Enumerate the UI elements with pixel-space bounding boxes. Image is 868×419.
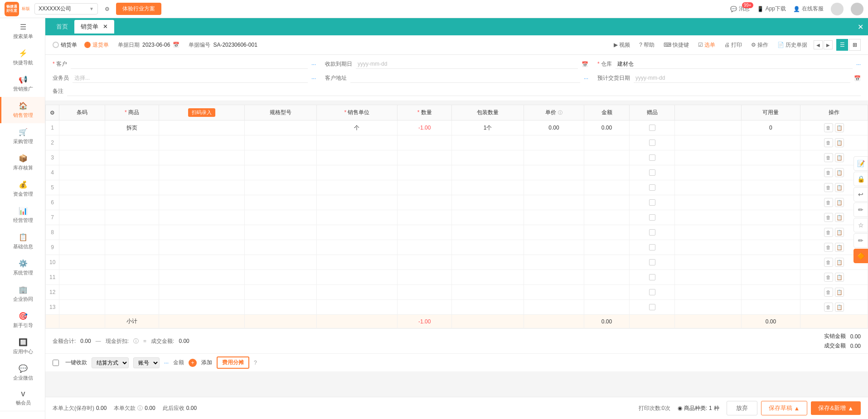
row-product-1[interactable]: 拆页 — [105, 120, 159, 135]
sidebar-item-basic-info[interactable]: 📋 基础信息 — [0, 228, 45, 255]
float-pen-btn[interactable]: ✏ — [853, 233, 868, 248]
product-kind-radio[interactable]: ◉ — [678, 405, 682, 411]
avatar2[interactable] — [851, 3, 863, 15]
save-draft-button[interactable]: 保存草稿 ▲ — [761, 401, 808, 415]
copy-icon[interactable]: 📋 — [835, 123, 844, 132]
tab-sales-order[interactable]: 销货单 ✕ — [74, 20, 114, 34]
radio-return[interactable]: 退货单 — [84, 41, 109, 49]
float-undo-btn[interactable]: ↩ — [853, 187, 868, 202]
payment-account-select[interactable]: 账号 — [133, 357, 160, 368]
calendar-icon[interactable]: 📅 — [173, 42, 179, 48]
row-barcode-1[interactable] — [59, 120, 105, 135]
message-btn[interactable]: 💬 消息 99+ — [730, 5, 750, 13]
expense-btn[interactable]: 费用分摊 — [217, 356, 249, 369]
copy-icon[interactable]: 📋 — [835, 183, 844, 192]
customer-dots[interactable]: ··· — [311, 61, 316, 67]
sidebar-item-system[interactable]: ⚙️ 系统管理 — [0, 255, 45, 281]
save-new-button[interactable]: 保存&新增 ▲ — [811, 401, 861, 415]
remarks-input[interactable] — [67, 87, 861, 96]
toolbar-video[interactable]: ▶ 视频 — [611, 40, 633, 50]
list-view-btn[interactable]: ☰ — [836, 39, 848, 51]
delete-icon[interactable]: 🗑 — [824, 168, 833, 177]
warehouse-input[interactable] — [616, 59, 853, 69]
calendar-icon[interactable]: 📅 — [582, 61, 588, 67]
address-dots[interactable]: ··· — [584, 75, 588, 82]
copy-icon[interactable]: 📋 — [835, 258, 844, 267]
delivery-calendar-icon[interactable]: 📅 — [854, 75, 861, 82]
copy-icon[interactable]: 📋 — [835, 168, 844, 177]
row-unit-1[interactable]: 个 — [316, 120, 398, 135]
delete-icon[interactable]: 🗑 — [824, 258, 833, 267]
salesperson-input[interactable] — [73, 73, 308, 83]
tab-home[interactable]: 首页 — [50, 20, 74, 34]
float-edit-btn[interactable]: ✏ — [853, 202, 868, 217]
sidebar-item-guide[interactable]: 🎯 新手引导 — [0, 307, 45, 333]
copy-icon[interactable]: 📋 — [835, 288, 844, 297]
delete-icon[interactable]: 🗑 — [824, 183, 833, 192]
expense-help-icon[interactable]: ? — [254, 360, 257, 366]
tab-close-icon[interactable]: ✕ — [103, 23, 108, 30]
sidebar-item-sales[interactable]: 🏠 销售管理 — [0, 97, 45, 123]
toolbar-history[interactable]: 📄 历史单据 — [775, 40, 810, 50]
toolbar-shortcut[interactable]: ⌨ 快捷键 — [661, 40, 692, 50]
copy-icon[interactable]: 📋 — [835, 228, 844, 237]
close-all-tabs-icon[interactable]: ✕ — [858, 23, 863, 31]
copy-icon[interactable]: 📋 — [835, 273, 844, 282]
app-download-btn[interactable]: 📱 App下载 — [757, 5, 786, 13]
payment-method-select[interactable]: 结算方式 — [92, 357, 129, 368]
delete-icon[interactable]: 🗑 — [824, 213, 833, 222]
row-qty-1[interactable]: -1.00 — [398, 120, 452, 135]
delete-icon[interactable]: 🗑 — [824, 198, 833, 207]
float-orange-btn[interactable]: 🔶 — [853, 249, 868, 263]
delete-icon[interactable]: 🗑 — [824, 138, 833, 147]
toolbar-operate[interactable]: ⚙ 操作 — [748, 40, 771, 50]
copy-icon[interactable]: 📋 — [835, 153, 844, 162]
row-amount-1[interactable]: 0.00 — [584, 120, 629, 135]
sidebar-item-purchase[interactable]: 🛒 采购管理 — [0, 123, 45, 149]
delete-icon[interactable]: 🗑 — [824, 288, 833, 297]
delivery-date-input[interactable] — [634, 73, 850, 83]
trial-button[interactable]: 体验行业方案 — [116, 3, 161, 15]
customer-address-input[interactable] — [350, 73, 580, 83]
delete-icon[interactable]: 🗑 — [824, 273, 833, 282]
float-star-btn[interactable]: ☆ — [853, 218, 868, 232]
copy-icon[interactable]: 📋 — [835, 198, 844, 207]
settings-icon[interactable]: ⚙ — [101, 3, 113, 15]
one-click-payment-checkbox[interactable] — [53, 360, 59, 366]
company-selector[interactable]: XXXXXX公司 ▼ — [34, 3, 98, 14]
row-spec-1[interactable] — [244, 120, 316, 135]
add-payment-btn[interactable]: + — [189, 359, 197, 367]
toolbar-print[interactable]: 🖨 打印 — [722, 40, 745, 50]
copy-icon[interactable]: 📋 — [835, 213, 844, 222]
row-price-1[interactable]: 0.00 — [524, 120, 584, 135]
sidebar-item-inventory[interactable]: 📦 库存核算 — [0, 149, 45, 176]
copy-icon[interactable]: 📋 — [835, 243, 844, 252]
account-dots[interactable]: ··· — [164, 360, 169, 366]
sidebar-item-appcenter[interactable]: 🔲 应用中心 — [0, 333, 45, 360]
abandon-button[interactable]: 放弃 — [727, 401, 757, 415]
sidebar-item-finance[interactable]: 💰 资金管理 — [0, 176, 45, 202]
copy-icon[interactable]: 📋 — [835, 303, 844, 312]
sidebar-item-operations[interactable]: 📊 经营管理 — [0, 202, 45, 228]
delete-icon[interactable]: 🗑 — [824, 243, 833, 252]
copy-icon[interactable]: 📋 — [835, 138, 844, 147]
row-gift-1[interactable] — [630, 120, 675, 135]
prev-arrow[interactable]: ◀ — [814, 40, 823, 49]
avatar[interactable] — [831, 3, 844, 15]
sidebar-item-quicknav[interactable]: ⚡ 快捷导航 — [0, 44, 45, 71]
toolbar-help[interactable]: ? 帮助 — [636, 40, 657, 50]
customer-input[interactable] — [71, 59, 308, 69]
owe-help-icon[interactable]: ⓘ — [137, 405, 143, 412]
col-scan[interactable]: 扫码录入 — [159, 105, 244, 120]
float-lock-btn[interactable]: 🔒 — [853, 172, 868, 186]
delete-icon[interactable]: 🗑 — [824, 153, 833, 162]
doc-date-value[interactable]: 2023-06-06 — [142, 42, 170, 48]
sidebar-settings-btn[interactable]: ⚙ — [0, 416, 45, 419]
payment-due-input[interactable] — [356, 59, 578, 69]
sidebar-item-wechat[interactable]: 💬 企业微信 — [0, 360, 45, 386]
grid-view-btn[interactable]: ⊞ — [849, 39, 861, 51]
col-settings[interactable]: ⚙ — [46, 105, 59, 120]
delete-icon[interactable]: 🗑 — [824, 303, 833, 312]
toolbar-select[interactable]: ☑ 选单 — [695, 40, 718, 50]
warehouse-dots[interactable]: ··· — [856, 61, 861, 67]
